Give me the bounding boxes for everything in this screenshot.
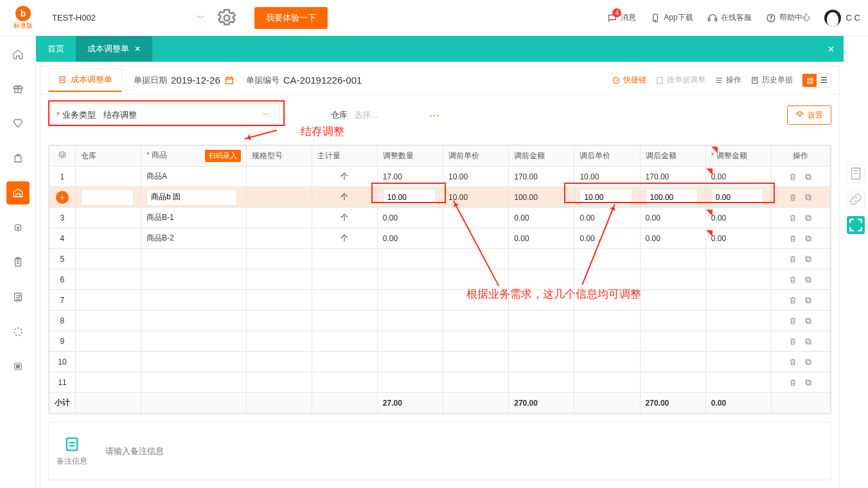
- username: C C: [846, 13, 860, 23]
- nav-help-center-label: 帮助中心: [779, 12, 810, 23]
- svg-point-0: [224, 15, 230, 21]
- nav-online-service-label: 在线客服: [721, 12, 752, 23]
- gear-icon[interactable]: [216, 7, 238, 29]
- top-right-nav: 4 消息 App下载 在线客服 帮助中心 C C: [607, 10, 860, 26]
- logo-subtitle: 标准版: [8, 21, 39, 30]
- topbar: b 标准版 TEST-H002 ﹀ 我要体验一下 4 消息 App下载 在线客服…: [0, 0, 868, 36]
- logo-icon: b: [15, 6, 31, 21]
- nav-messages-label: 消息: [621, 12, 636, 23]
- chevron-down-icon: ﹀: [197, 12, 205, 24]
- user-menu[interactable]: C C: [824, 10, 860, 26]
- shop-name: TEST-H002: [52, 13, 96, 23]
- messages-badge: 4: [612, 8, 621, 17]
- nav-app-download-label: App下载: [664, 12, 693, 23]
- svg-point-2: [655, 20, 656, 21]
- nav-app-download[interactable]: App下载: [650, 12, 693, 23]
- shop-selector[interactable]: TEST-H002 ﹀: [45, 7, 212, 29]
- nav-online-service[interactable]: 在线客服: [707, 12, 752, 23]
- avatar: [824, 10, 841, 26]
- nav-messages[interactable]: 4 消息: [607, 12, 636, 23]
- nav-help-center[interactable]: 帮助中心: [766, 12, 810, 23]
- logo: b 标准版: [8, 6, 39, 30]
- svg-point-6: [770, 19, 771, 20]
- trial-button[interactable]: 我要体验一下: [254, 7, 328, 29]
